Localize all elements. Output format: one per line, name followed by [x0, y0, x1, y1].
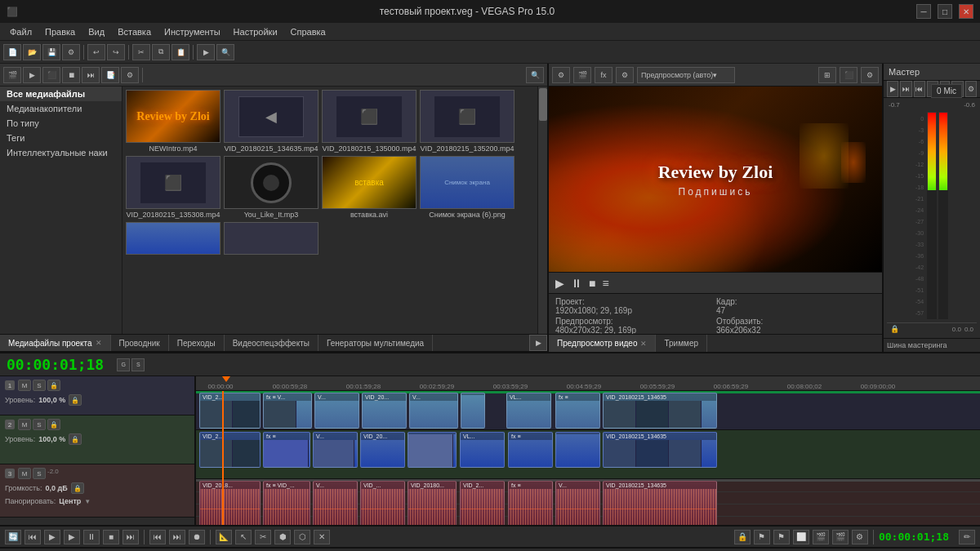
thumb-newintrp[interactable]: Review by Zloi NEWIntro.mp4: [126, 90, 220, 153]
menu-settings[interactable]: Настройки: [227, 25, 284, 38]
media-tb-btn-4[interactable]: ⏹: [62, 67, 80, 83]
tree-tags[interactable]: Теги: [0, 131, 122, 145]
save-button[interactable]: 💾: [42, 44, 60, 60]
preview-dropdown[interactable]: Предпросмотр (авто) ▾: [637, 67, 735, 83]
master-btn-2[interactable]: ⏭: [900, 81, 911, 97]
properties-button[interactable]: ⚙: [62, 44, 80, 60]
cut-button[interactable]: ✂: [132, 44, 150, 60]
maximize-button[interactable]: □: [938, 4, 952, 19]
tree-all-media[interactable]: Все медиафайлы: [0, 87, 122, 101]
preview-tb-3[interactable]: fx: [595, 67, 612, 83]
media-tb-btn-1[interactable]: 🎬: [3, 67, 21, 83]
tab-trimmer[interactable]: Триммер: [656, 335, 707, 352]
clip-v2-7[interactable]: fx ≡: [508, 432, 553, 468]
clip-v2-2[interactable]: fx ≡: [263, 432, 310, 468]
clip-v1-2[interactable]: fx ≡ V...: [263, 393, 312, 429]
master-btn-1[interactable]: ▶: [887, 81, 898, 97]
transport-cmd-3[interactable]: ⚙: [852, 530, 868, 544]
tree-by-type[interactable]: По типу: [0, 116, 122, 131]
tree-accumulators[interactable]: Медианакопители: [0, 101, 122, 116]
transport-next-marker[interactable]: ⏭: [169, 530, 185, 544]
menu-edit[interactable]: Правка: [38, 25, 82, 38]
minimize-button[interactable]: ─: [916, 4, 931, 19]
thumb-avi[interactable]: вставка вставка.avi: [322, 156, 416, 219]
track-3-lock[interactable]: 🔒: [71, 482, 84, 494]
thumb-vid2[interactable]: ⬛ VID_20180215_135000.mp4: [322, 90, 416, 153]
transport-stop[interactable]: ■: [103, 530, 119, 544]
master-btn-3[interactable]: ⏮: [914, 81, 925, 97]
stop-button[interactable]: ■: [589, 277, 595, 290]
preview-tb-6[interactable]: ⬛: [840, 67, 858, 83]
master-btn-7[interactable]: ⚙: [965, 81, 977, 97]
transport-ff-all[interactable]: ⏭: [122, 530, 139, 544]
thumb-vid3[interactable]: ⬛ VID_20180215_135200.mp4: [420, 90, 514, 153]
clip-a9[interactable]: VID_20180215_134635: [603, 481, 717, 525]
clip-v1-8[interactable]: fx ≡: [555, 393, 600, 429]
clip-v1-4[interactable]: VID_20...: [362, 393, 407, 429]
clip-v1-7[interactable]: VL...: [506, 393, 551, 429]
thumb-png[interactable]: Снимок экрана Снимок экрана (6).png: [420, 156, 514, 219]
clip-a2[interactable]: fx ≡ VID_...: [263, 481, 310, 525]
preview-tb-1[interactable]: ⚙: [552, 67, 570, 83]
clip-a6[interactable]: VID_2...: [460, 481, 505, 525]
thumb-audio[interactable]: You_Like_It.mp3: [224, 156, 318, 219]
preview-tb-2[interactable]: 🎬: [573, 67, 591, 83]
tab-close-media[interactable]: ✕: [96, 339, 102, 347]
transport-cmd-2[interactable]: 🎬: [832, 530, 849, 544]
clip-a7[interactable]: fx ≡: [508, 481, 553, 525]
clip-a1[interactable]: VID_2018...: [199, 481, 261, 525]
play-button[interactable]: ▶: [555, 277, 564, 290]
track-3-solo[interactable]: S: [33, 468, 46, 479]
preview-tb-5[interactable]: ⊞: [818, 67, 836, 83]
transport-tool-3[interactable]: ⬢: [274, 530, 291, 544]
clip-v2-9[interactable]: VID_20180215_134635: [603, 432, 717, 468]
transport-cmd-1[interactable]: 🎬: [813, 530, 829, 544]
tab-generators[interactable]: Генераторы мультимедиа: [318, 335, 433, 351]
clip-v1-3[interactable]: V...: [314, 393, 359, 429]
menu-tools[interactable]: Инструменты: [158, 25, 227, 38]
transport-play[interactable]: ▶: [64, 530, 80, 544]
tab-video-fx[interactable]: Видеоспецэффекты: [225, 335, 318, 351]
transport-tool-4[interactable]: ⬡: [294, 530, 310, 544]
clip-v2-1[interactable]: VID_2...: [199, 432, 261, 468]
transport-tc-edit[interactable]: ✏: [959, 530, 975, 544]
thumb-vid1[interactable]: ◀ VID_20180215_134635.mp4: [224, 90, 318, 153]
clip-a8[interactable]: V...: [555, 481, 600, 525]
media-tb-btn-3[interactable]: ⬛: [42, 67, 60, 83]
clip-v2-4[interactable]: VID_20...: [360, 432, 405, 468]
menu-button[interactable]: ≡: [602, 277, 608, 290]
media-tb-btn-2[interactable]: ▶: [23, 67, 41, 83]
clip-v2-8[interactable]: [555, 432, 600, 468]
pause-button[interactable]: ⏸: [571, 277, 582, 290]
tab-media-files[interactable]: Медиафайлы проекта ✕: [0, 335, 111, 351]
menu-insert[interactable]: Вставка: [111, 25, 158, 38]
render-button[interactable]: ▶: [197, 44, 215, 60]
media-tb-btn-5[interactable]: ⏭: [82, 67, 100, 83]
transport-region[interactable]: ⬜: [793, 530, 809, 544]
open-button[interactable]: 📂: [23, 44, 41, 60]
transport-pause[interactable]: ⏸: [83, 530, 100, 544]
clip-v2-6[interactable]: VL...: [460, 432, 505, 468]
track-2-mute[interactable]: M: [18, 419, 31, 430]
new-button[interactable]: 📄: [3, 44, 21, 60]
transport-snap[interactable]: 📐: [216, 530, 232, 544]
menu-file[interactable]: Файл: [3, 25, 38, 38]
media-tb-btn-6[interactable]: 📑: [101, 67, 119, 83]
clip-v1-1[interactable]: VID_2...: [199, 393, 261, 429]
timeline-btn-1[interactable]: G: [117, 358, 130, 371]
clip-v2-5[interactable]: [408, 432, 457, 468]
clip-v1-9[interactable]: VID_20180215_134635: [603, 393, 717, 429]
thumb-vid4[interactable]: ⬛ VID_20180215_135308.mp4: [126, 156, 220, 219]
track-1-mute[interactable]: M: [18, 380, 31, 391]
menu-view[interactable]: Вид: [82, 25, 111, 38]
media-scrollbar[interactable]: [537, 87, 547, 334]
zoom-button[interactable]: 🔍: [216, 44, 234, 60]
track-3-mute[interactable]: M: [18, 468, 31, 479]
transport-tool-1[interactable]: ↖: [235, 530, 252, 544]
clip-v2-3[interactable]: V...: [313, 432, 358, 468]
transport-marker-2[interactable]: ⚑: [773, 530, 790, 544]
track-2-solo[interactable]: S: [33, 419, 46, 430]
tab-transitions[interactable]: Переходы: [169, 335, 225, 351]
preview-tb-7[interactable]: ⚙: [861, 67, 879, 83]
transport-marker-1[interactable]: ⚑: [754, 530, 770, 544]
